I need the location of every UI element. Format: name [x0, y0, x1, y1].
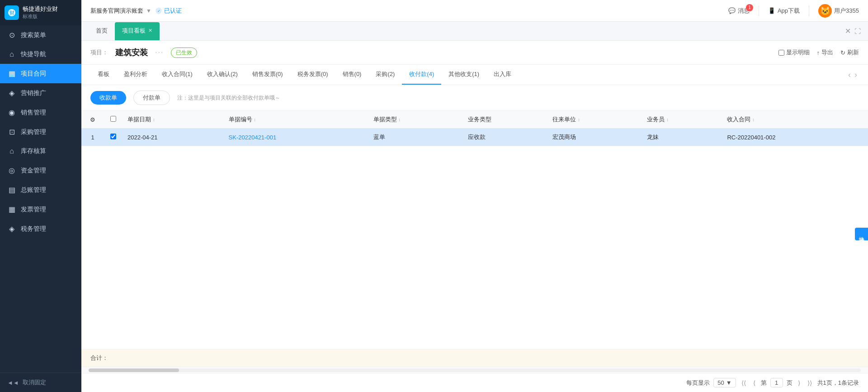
total-pages-info: 共1页，1条记录: [817, 379, 859, 387]
col-partner-label: 往来单位: [552, 116, 576, 123]
refresh-button[interactable]: ↻ 刷新: [840, 48, 859, 57]
per-page-select[interactable]: 50 ▼: [713, 378, 736, 387]
more-options-icon[interactable]: ···: [155, 48, 164, 57]
page-suffix: 页: [787, 379, 793, 387]
scrollbar-track[interactable]: [89, 368, 861, 372]
sidebar-unpin-button[interactable]: ◄◄ 取消固定: [0, 373, 81, 392]
row-number[interactable]: SK-20220421-001: [223, 129, 368, 146]
collection-slip-tab[interactable]: 收款单: [90, 91, 126, 105]
tab-home[interactable]: 首页: [89, 22, 115, 40]
account-selector[interactable]: 新服务官网演示账套 ▼: [90, 7, 151, 15]
table-footer: 合计：: [81, 349, 868, 367]
col-salesperson-label: 业务员: [647, 116, 665, 123]
sidebar-item-project-contract[interactable]: ▦ 项目合同: [0, 64, 81, 83]
subtabs-next-icon[interactable]: ›: [853, 70, 859, 80]
current-page-input[interactable]: 1: [770, 378, 783, 387]
sort-salesperson-icon: ↕: [666, 117, 669, 122]
project-label: 项目：: [90, 48, 108, 57]
main-area: 新服务官网演示账套 ▼ ✓ 已认证 💬 消息 1 📱 App下载 🐱 用户: [81, 0, 868, 392]
sidebar-item-label: 总账管理: [21, 186, 46, 194]
row-income-contract: RC-20220401-002: [722, 129, 868, 146]
subtab-sales[interactable]: 销售(0): [335, 65, 369, 85]
show-detail-label: 显示明细: [786, 48, 810, 57]
sidebar-item-label: 采购管理: [21, 128, 46, 136]
subtabs-prev-icon[interactable]: ‹: [846, 70, 853, 80]
sidebar-item-inventory[interactable]: ⌂ 库存核算: [0, 142, 81, 161]
sidebar-item-quick-nav[interactable]: ⌂ 快捷导航: [0, 45, 81, 64]
col-type[interactable]: 单据类型 ↕: [368, 111, 462, 129]
prev-page-button[interactable]: ⟨: [751, 378, 757, 387]
right-sticky-panel: 快捷录入: [855, 228, 868, 240]
subtab-income-contract[interactable]: 收入合同(1): [155, 65, 200, 85]
subtab-tax-invoice-label: 税务发票(0): [297, 71, 328, 77]
col-salesperson[interactable]: 业务员 ↕: [642, 111, 722, 129]
sidebar-item-label: 库存核算: [21, 147, 46, 155]
per-page-chevron: ▼: [726, 379, 732, 386]
pagination: 每页显示 50 ▼ ⟨⟨ ⟨ 第 1 页 ⟩ ⟩⟩ 共1页，1条记录: [81, 373, 868, 392]
sidebar-item-sales[interactable]: ◉ 销售管理: [0, 103, 81, 122]
unpin-icon: ◄◄: [7, 379, 19, 386]
home-icon: ⌂: [7, 50, 16, 58]
subtab-sales-invoice[interactable]: 销售发票(0): [245, 65, 290, 85]
subtab-inout-label: 出入库: [494, 71, 511, 77]
next-page-button[interactable]: ⟩: [796, 378, 802, 387]
sidebar-item-tax[interactable]: ◈ 税务管理: [0, 219, 81, 239]
sidebar-item-ledger[interactable]: ▤ 总账管理: [0, 180, 81, 200]
col-income-contract[interactable]: 收入合同 ↕: [722, 111, 868, 129]
col-biz-type: 业务类型: [462, 111, 547, 129]
subtab-kanban[interactable]: 看板: [90, 65, 117, 85]
scrollbar-thumb[interactable]: [89, 368, 179, 372]
expand-window-icon[interactable]: ⛶: [854, 28, 861, 35]
payment-slip-tab[interactable]: 付款单: [133, 91, 170, 105]
sales-icon: ◉: [7, 108, 16, 117]
user-menu[interactable]: 🐱 用户3355: [818, 4, 859, 18]
sidebar-item-purchase[interactable]: ⊡ 采购管理: [0, 122, 81, 142]
first-page-button[interactable]: ⟨⟨: [740, 378, 748, 387]
last-page-button[interactable]: ⟩⟩: [806, 378, 814, 387]
tab-project-board[interactable]: 项目看板 ✕: [115, 22, 160, 40]
col-number[interactable]: 单据编号 ↕: [223, 111, 368, 129]
page-label: 第: [761, 379, 767, 387]
subtab-profit[interactable]: 盈利分析: [117, 65, 155, 85]
subtab-tax-invoice[interactable]: 税务发票(0): [290, 65, 335, 85]
tab-close-icon[interactable]: ✕: [148, 28, 152, 33]
col-gear[interactable]: ⚙: [81, 111, 104, 129]
sort-income-contract-icon: ↕: [752, 117, 755, 122]
show-detail-check[interactable]: [778, 50, 784, 56]
table-header-row: ⚙ 单据日期 ↕ 单据编号 ↕ 单据类型: [81, 111, 868, 129]
subtab-kanban-label: 看板: [98, 71, 109, 77]
sidebar-item-invoice[interactable]: ▦ 发票管理: [0, 200, 81, 219]
export-icon: ↑: [817, 49, 820, 56]
sidebar-item-label: 快捷导航: [21, 50, 46, 58]
close-window-icon[interactable]: ✕: [845, 27, 851, 35]
sidebar-item-capital[interactable]: ◎ 资金管理: [0, 161, 81, 180]
row-number-link[interactable]: SK-20220421-001: [229, 134, 277, 141]
sidebar-item-label: 搜索菜单: [21, 31, 46, 39]
quick-entry-button[interactable]: 快捷录入: [855, 228, 868, 240]
message-button[interactable]: 💬 消息 1: [728, 7, 750, 15]
row-checkbox[interactable]: [110, 134, 116, 139]
show-detail-checkbox[interactable]: 显示明细: [778, 48, 810, 57]
table-row[interactable]: 1 2022-04-21 SK-20220421-001 蓝单 应收款 宏茂商场…: [81, 129, 868, 146]
sidebar-item-search[interactable]: ⊙ 搜索菜单: [0, 25, 81, 45]
chevron-down-icon: ▼: [146, 8, 151, 14]
inner-tabs: 收款单 付款单 注：这里是与项目关联的全部收付款单哦～: [81, 85, 868, 111]
subtab-collection[interactable]: 收付款(4): [402, 65, 441, 85]
export-button[interactable]: ↑ 导出: [817, 48, 834, 57]
data-table: ⚙ 单据日期 ↕ 单据编号 ↕ 单据类型: [81, 111, 868, 146]
sidebar-item-marketing[interactable]: ◈ 营销推广: [0, 83, 81, 103]
app-download-button[interactable]: 📱 App下载: [768, 7, 800, 15]
col-date[interactable]: 单据日期 ↕: [122, 111, 223, 129]
col-partner[interactable]: 往来单位 ↕: [547, 111, 642, 129]
select-all-checkbox[interactable]: [110, 116, 116, 122]
row-biz-type: 应收款: [462, 129, 547, 146]
sidebar-item-label: 销售管理: [21, 109, 46, 117]
sidebar-item-label: 资金管理: [21, 167, 46, 175]
subtab-inout[interactable]: 出入库: [486, 65, 519, 85]
subtab-purchase[interactable]: 采购(2): [368, 65, 402, 85]
subtab-income-confirm[interactable]: 收入确认(2): [200, 65, 245, 85]
message-icon: 💬: [728, 7, 736, 14]
subtab-other[interactable]: 其他收支(1): [441, 65, 486, 85]
shield-icon: ✓: [155, 7, 162, 14]
sidebar-item-label: 发票管理: [21, 206, 46, 214]
